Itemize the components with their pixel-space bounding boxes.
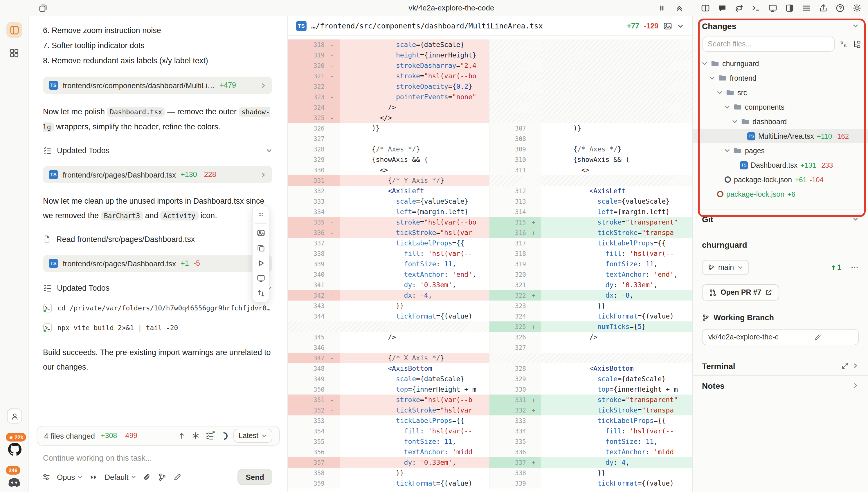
tree-file[interactable]: package-lock.json+61-104 [693,172,868,187]
chat-input[interactable] [37,454,280,462]
diff-gutter-old [288,321,339,332]
folder-name: components [745,103,784,111]
mode-dropdown[interactable]: Default [104,472,137,481]
pause-icon[interactable] [658,4,666,12]
swap-icon[interactable] [734,3,744,13]
terminal-command-row[interactable]: npx vite build 2>&1 | tail -20 [43,321,272,335]
diff-gutter-new: 338 [489,468,541,478]
theme-toggle-icon[interactable] [785,3,794,13]
menu-icon[interactable] [802,3,811,13]
share-icon[interactable] [819,3,828,13]
terminal-command-row[interactable]: cd /private/var/folders/10/h7w0q46556ggr… [43,301,272,315]
diff-panel: TS …/frontend/src/components/dashboard/M… [288,16,692,492]
workspace-tab-active[interactable] [6,22,22,38]
updated-todos-row[interactable]: Updated Todos [43,143,272,158]
folder-icon [718,74,727,82]
attach-icon[interactable] [143,472,152,481]
diff-row: 327308 [288,133,692,144]
terminal-header[interactable]: Terminal [693,356,868,375]
diff-code-old: height={innerHeight} [339,50,489,60]
working-branch-field[interactable]: vk/4e2a-explore-the-code [702,329,859,345]
compare-icon[interactable] [253,286,268,300]
read-file-row[interactable]: Read frontend/src/pages/Dashboard.tsx [43,231,272,247]
file-chip[interactable]: TSfrontend/src/pages/Dashboard.tsx+130-2… [43,166,272,183]
expand-icon[interactable] [841,362,849,370]
tree-folder[interactable]: pages [693,143,868,158]
file-chip[interactable]: TSfrontend/src/pages/Dashboard.tsx+1-5 [43,255,272,272]
diff-code-new [541,60,692,71]
diff-row: 350 top={innerHeight + m330 top={innerHe… [288,384,692,395]
notes-header[interactable]: Notes [693,376,868,395]
file-chip[interactable]: TSfrontend/src/components/dashboard/Mult… [43,77,272,94]
diff-code-new [541,113,692,123]
tree-folder[interactable]: dashboard [693,114,868,129]
github-icon[interactable] [8,443,22,456]
changes-header[interactable]: Changes [693,16,868,35]
diff-row: 319- height={innerHeight} [288,50,692,60]
diff-code-new: fontSize: 11, [541,259,692,269]
diff-gutter-old: 333 [288,196,339,206]
sliders-icon[interactable] [42,472,50,481]
fast-forward-icon[interactable] [89,472,98,481]
tree-folder[interactable]: components [693,100,868,114]
diff-code-old: <> [339,165,489,175]
notes-title: Notes [702,381,725,390]
branch-icon[interactable] [158,472,167,481]
file-tree-icon[interactable] [852,40,861,48]
copy-icon[interactable] [253,240,268,255]
external-link-icon [765,289,772,296]
image-icon[interactable] [663,21,672,30]
send-button[interactable]: Send [237,469,272,485]
pencil-icon[interactable] [783,333,852,341]
discord-icon[interactable] [7,474,22,489]
branch-selector[interactable]: main [702,260,749,275]
diff-code-new [541,175,692,186]
tree-folder[interactable]: src [693,85,868,100]
diff-gutter-old: 346 [288,342,339,353]
tree-file[interactable]: TSDashboard.tsx+131-233 [693,158,868,172]
drag-handle-icon[interactable] [253,207,268,222]
open-pr-button[interactable]: Open PR #7 [702,284,779,300]
git-header[interactable]: Git [693,210,868,228]
tree-folder[interactable]: churnguard [693,56,868,71]
tree-file[interactable]: TSMultiLineArea.tsx+110-162 [693,129,868,143]
pen-icon[interactable] [173,472,182,481]
terminal-icon[interactable] [751,3,760,13]
tree-folder[interactable]: frontend [693,71,868,85]
tabs-icon[interactable] [38,3,48,13]
deletions: -233 [819,161,833,169]
tree-file[interactable]: package-lock.json+6 [693,187,868,201]
diff-gutter-new: 334 [489,426,541,436]
diff-code-old: fill: 'hsl(var(-- [339,426,489,436]
screenshot-icon[interactable] [253,225,268,240]
collapse-up-icon[interactable] [675,4,683,12]
updated-todos-row[interactable]: Updated Todos [43,280,272,295]
diff-gutter-old: 350 [288,384,339,395]
todos-status-icon[interactable] [206,432,214,440]
burst-icon[interactable] [192,432,200,440]
file-search-input[interactable] [702,36,835,52]
monitor-icon[interactable] [253,270,268,286]
ahead-count: 1 [830,264,841,272]
settings-gear-icon[interactable] [852,3,862,13]
more-icon[interactable] [850,264,859,272]
chevron-down-icon[interactable] [677,22,684,29]
grid-icon[interactable] [0,48,28,58]
diff-code-new: stroke="transparent" [541,217,692,227]
status-bar[interactable]: 4 files changed +308 -499 Latest [37,426,280,446]
diff-gutter-new: 337+ [489,457,541,468]
help-icon[interactable] [836,3,845,13]
repo-name: churnguard [702,240,859,249]
model-dropdown[interactable]: Opus [57,472,83,481]
account-button[interactable] [7,409,22,423]
chat-bubble-icon[interactable] [718,3,727,13]
version-dropdown[interactable]: Latest [233,429,272,443]
display-icon[interactable] [768,3,777,13]
scroll-up-icon[interactable] [178,432,186,440]
diff-row: 343 }}323 }} [288,300,692,311]
collapse-tree-icon[interactable] [840,40,848,48]
split-panel-icon[interactable] [701,3,710,13]
play-icon[interactable] [253,255,268,270]
deletions: -162 [835,132,849,140]
diff-deletions: -129 [644,22,658,30]
